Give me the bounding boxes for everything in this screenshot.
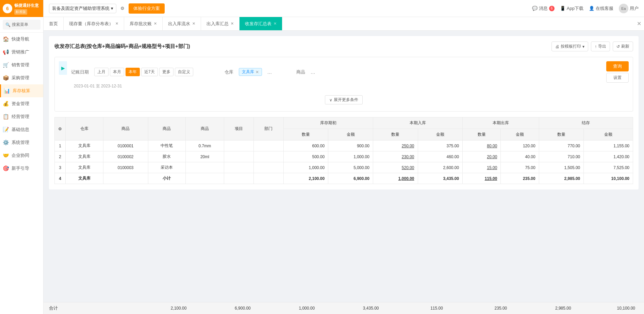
page-actions: 🖨 按模板打印 ▾ ↑ 导出 ↺ 刷新	[551, 42, 633, 51]
expand-filter-btn[interactable]: ∨ 展开更多条件	[325, 95, 363, 104]
tab-home[interactable]: 首页	[44, 17, 64, 31]
table-header-row1: ⚙ 仓库 商品 商品 商品 项目 部门 库存期初 本期入库 本期出库 结存	[55, 117, 633, 129]
search-icon: 🔍	[5, 22, 11, 27]
sidebar: 6 畅捷通好生意 标准版 🔍 搜索菜单 🏠 快捷导航 📢 营销推广 🛒 销售管理…	[0, 0, 44, 314]
sidebar-item-guide[interactable]: 🎯 新手引导	[0, 162, 43, 175]
subtotal-out-qty[interactable]: 115.00	[463, 173, 501, 184]
tab-close-summary[interactable]: ✕	[231, 21, 234, 26]
warehouse-tag-close[interactable]: ✕	[255, 70, 259, 75]
settings-icon[interactable]: ⚙	[58, 127, 62, 131]
sales-icon: 🛒	[3, 62, 9, 68]
search-menu-button[interactable]: 🔍 搜索菜单	[3, 20, 40, 30]
sidebar-item-operations[interactable]: 📋 经营管理	[0, 110, 43, 123]
subtotal-bal-amt: 10,100.00	[584, 173, 633, 184]
query-btn[interactable]: 查询	[606, 61, 629, 71]
print-btn[interactable]: 🖨 按模板打印 ▾	[551, 42, 588, 51]
subtotal-spec	[186, 173, 224, 184]
col-name: 商品	[148, 117, 186, 141]
row-bal-qty: 710.00	[539, 151, 584, 162]
row-init-amt: 1,000.00	[328, 151, 373, 162]
sidebar-item-cooperation[interactable]: 🤝 企业协同	[0, 149, 43, 162]
row-out-amt: 75.00	[501, 162, 539, 173]
marketing-icon: 📢	[3, 49, 9, 55]
tab-close-batch[interactable]: ✕	[154, 21, 157, 26]
total-bal-qty: 2,985.00	[510, 306, 574, 311]
row-out-qty[interactable]: 20.00	[463, 151, 501, 162]
tab-summary[interactable]: 出入库汇总 ✕	[201, 17, 240, 31]
product-more-btn[interactable]: ...	[311, 69, 315, 75]
row-code: 0100003	[103, 162, 148, 173]
home-icon: 🏠	[3, 36, 9, 42]
sidebar-item-sales[interactable]: 🛒 销售管理	[0, 59, 43, 71]
row-code: 0100002	[103, 151, 148, 162]
tab-close-stock-dist[interactable]: ✕	[115, 21, 118, 26]
topbar-right: 💬 消息 6 📱 App下载 👤 在线客服 Ea 用户	[532, 4, 639, 13]
settings-icon[interactable]: ⚙	[120, 6, 125, 11]
row-out-qty[interactable]: 15.00	[463, 162, 501, 173]
tab-stock-dist[interactable]: 现存量（库存分布表） ✕	[64, 17, 124, 31]
row-out-amt: 120.00	[501, 141, 539, 151]
messages-btn[interactable]: 💬 消息 6	[532, 5, 555, 12]
tab-recv-send[interactable]: 收发存汇总表 ✕	[240, 17, 282, 31]
date-filter-btns: 上月 本月 本年 近7天 更多 自定义	[94, 68, 193, 76]
user-menu[interactable]: Ea 用户	[619, 4, 639, 13]
col-init-amt: 金额	[328, 129, 373, 141]
sidebar-logo: 6 畅捷通好生意 标准版	[0, 0, 43, 17]
date-btn-custom[interactable]: 自定义	[175, 68, 193, 76]
online-service-btn[interactable]: 👤 在线客服	[589, 5, 613, 12]
total-out-amt: 235.00	[446, 306, 510, 311]
row-in-qty[interactable]: 230.00	[373, 151, 418, 162]
sidebar-item-inventory[interactable]: 📊 库存核算	[0, 84, 43, 97]
subtotal-name: 小计	[148, 173, 186, 184]
trial-btn[interactable]: 体验行业方案	[129, 3, 165, 14]
table-container: ⚙ 仓库 商品 商品 商品 项目 部门 库存期初 本期入库 本期出库 结存	[54, 117, 633, 184]
tab-close-all-icon[interactable]: ✕	[637, 20, 641, 27]
tab-close-flow[interactable]: ✕	[192, 21, 195, 26]
filter-area: ▶ 记账日期 上月 本月 本年 近7天 更多 自定义 仓库	[54, 57, 633, 112]
sidebar-item-finance[interactable]: 💰 资金管理	[0, 97, 43, 110]
app-download-btn[interactable]: 📱 App下载	[560, 5, 583, 12]
sidebar-item-basic[interactable]: 📝 基础信息	[0, 123, 43, 136]
row-in-qty[interactable]: 250.00	[373, 141, 418, 151]
sidebar-item-quick-nav[interactable]: 🏠 快捷导航	[0, 33, 43, 46]
tab-flow[interactable]: 出入库流水 ✕	[163, 17, 201, 31]
col-out-amt: 金额	[501, 129, 539, 141]
table-body: 1 文具库 0100001 中性笔 0.7mm 600.00 900.00 25…	[55, 141, 633, 184]
row-warehouse: 文具库	[66, 151, 103, 162]
content-card: 收发存汇总表(按仓库+商品编码+商品+规格型号+项目+部门) 🖨 按模板打印 ▾…	[49, 36, 639, 189]
system-selector[interactable]: 装备及固定资产辅助管理系统 ▾	[49, 4, 116, 13]
tab-close-recv-send[interactable]: ✕	[274, 21, 277, 26]
row-bal-amt: 1,420.00	[584, 151, 633, 162]
export-btn[interactable]: ↑ 导出	[591, 42, 610, 51]
date-btn-last-month[interactable]: 上月	[94, 68, 109, 76]
page-title: 收发存汇总表(按仓库+商品编码+商品+规格型号+项目+部门)	[54, 43, 190, 50]
row-out-amt: 40.00	[501, 151, 539, 162]
subtotal-init-amt: 6,900.00	[328, 173, 373, 184]
sidebar-search-area: 🔍 搜索菜单	[0, 17, 43, 33]
date-btn-this-month[interactable]: 本月	[110, 68, 124, 76]
row-warehouse: 文具库	[66, 162, 103, 173]
date-btn-7days[interactable]: 近7天	[141, 68, 158, 76]
row-bal-amt: 1,155.00	[584, 141, 633, 151]
subtotal-warehouse: 文具库	[66, 173, 103, 184]
table-row: 3 文具库 0100003 采访本 1,000.00 5,000.00 520.…	[55, 162, 633, 173]
col-spec: 商品	[186, 117, 224, 141]
sidebar-item-system[interactable]: ⚙️ 系统管理	[0, 136, 43, 149]
refresh-btn[interactable]: ↺ 刷新	[613, 42, 633, 51]
subtotal-no: 4	[55, 173, 66, 184]
set-btn[interactable]: 设置	[606, 73, 629, 83]
col-settings: ⚙	[55, 117, 66, 141]
topbar-left: 装备及固定资产辅助管理系统 ▾ ⚙ 体验行业方案	[49, 3, 165, 14]
subtotal-bal-qty: 2,985.00	[539, 173, 584, 184]
date-btn-this-year[interactable]: 本年	[126, 68, 140, 76]
row-out-qty[interactable]: 80.00	[463, 141, 501, 151]
page-title-bar: 收发存汇总表(按仓库+商品编码+商品+规格型号+项目+部门) 🖨 按模板打印 ▾…	[54, 42, 633, 51]
tab-batch[interactable]: 库存批次账 ✕	[124, 17, 163, 31]
subtotal-in-qty[interactable]: 1,000.00	[373, 173, 418, 184]
filter-toggle[interactable]: ▶	[59, 61, 67, 75]
row-in-qty[interactable]: 520.00	[373, 162, 418, 173]
warehouse-more-btn[interactable]: ...	[267, 69, 272, 75]
sidebar-item-purchase[interactable]: 📦 采购管理	[0, 71, 43, 84]
sidebar-item-marketing[interactable]: 📢 营销推广	[0, 46, 43, 59]
date-btn-more[interactable]: 更多	[159, 68, 174, 76]
